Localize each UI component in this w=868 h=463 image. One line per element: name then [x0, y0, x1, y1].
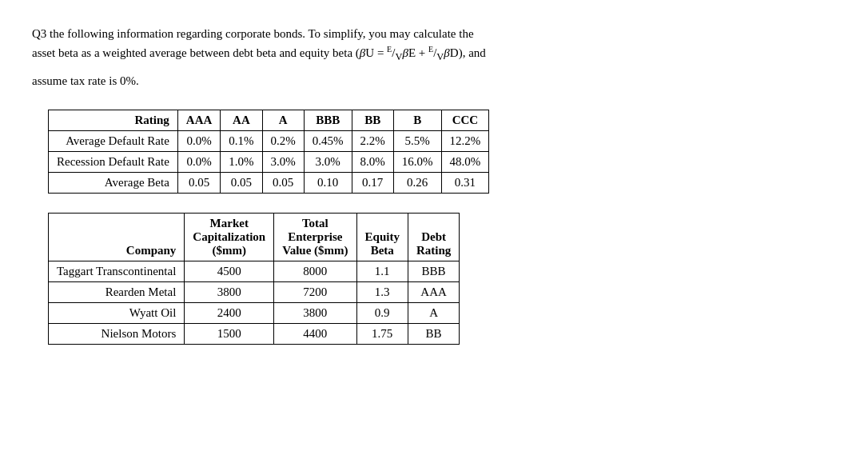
col-bb: BB	[352, 110, 393, 131]
taggart-market-cap: 4500	[185, 261, 274, 282]
intro-line2-pre: asset beta as a weighted average between…	[32, 46, 360, 59]
col-aa: AA	[221, 110, 262, 131]
bond-ratings-table: Rating AAA AA A BBB BB B CCC Average Def…	[48, 110, 489, 194]
avg-default-b: 5.5%	[393, 131, 441, 152]
col-ccc: CCC	[441, 110, 489, 131]
rec-default-bbb: 3.0%	[304, 152, 352, 173]
intro-line1: Q3 the following information regarding c…	[32, 24, 799, 43]
nielson-debt-rating: BB	[408, 324, 459, 345]
avg-beta-bb: 0.17	[352, 173, 393, 194]
wyatt-debt-rating: A	[408, 303, 459, 324]
page-content: Q3 the following information regarding c…	[32, 24, 836, 345]
taggart-debt-rating: BBB	[408, 261, 459, 282]
avg-default-bbb: 0.45%	[304, 131, 352, 152]
col-equity-beta-header: Equity Beta	[356, 214, 408, 261]
rec-default-aa: 1.0%	[221, 152, 262, 173]
avg-beta-ccc: 0.31	[441, 173, 489, 194]
table1-header-row: Rating AAA AA A BBB BB B CCC	[49, 110, 489, 131]
avg-beta-aa: 0.05	[221, 173, 262, 194]
col-a: A	[262, 110, 304, 131]
formula: βU = E/VβE + E/VβD), and	[360, 46, 486, 59]
nielson-enterprise-value: 4400	[274, 324, 356, 345]
company-wyatt: Wyatt Oil	[49, 303, 185, 324]
intro-line2: asset beta as a weighted average between…	[32, 43, 799, 65]
company-nielson: Nielson Motors	[49, 324, 185, 345]
rec-default-aaa: 0.0%	[177, 152, 221, 173]
rearden-equity-beta: 1.3	[356, 282, 408, 303]
avg-default-a: 0.2%	[262, 131, 304, 152]
table-row: Nielson Motors 1500 4400 1.75 BB	[49, 324, 460, 345]
intro-paragraph: Q3 the following information regarding c…	[32, 24, 799, 90]
wyatt-enterprise-value: 3800	[274, 303, 356, 324]
company-table: Company Market Capitalization ($mm) Tota…	[48, 213, 460, 345]
col-enterprise-value-header: Total Enterprise Value ($mm)	[274, 214, 356, 261]
avg-default-aaa: 0.0%	[177, 131, 221, 152]
taggart-enterprise-value: 8000	[274, 261, 356, 282]
avg-default-aa: 0.1%	[221, 131, 262, 152]
avg-default-ccc: 12.2%	[441, 131, 489, 152]
row-avg-default-label: Average Default Rate	[49, 131, 178, 152]
rec-default-ccc: 48.0%	[441, 152, 489, 173]
table-row: Average Default Rate 0.0% 0.1% 0.2% 0.45…	[49, 131, 489, 152]
rearden-market-cap: 3800	[185, 282, 274, 303]
intro-tax-line: assume tax rate is 0%.	[32, 71, 799, 90]
rearden-debt-rating: AAA	[408, 282, 459, 303]
col-bbb: BBB	[304, 110, 352, 131]
avg-beta-bbb: 0.10	[304, 173, 352, 194]
avg-beta-aaa: 0.05	[177, 173, 221, 194]
table-row: Recession Default Rate 0.0% 1.0% 3.0% 3.…	[49, 152, 489, 173]
rec-default-b: 16.0%	[393, 152, 441, 173]
nielson-equity-beta: 1.75	[356, 324, 408, 345]
table2-header-row: Company Market Capitalization ($mm) Tota…	[49, 214, 460, 261]
rearden-enterprise-value: 7200	[274, 282, 356, 303]
col-company-header: Company	[49, 214, 185, 261]
col-debt-rating-header: Debt Rating	[408, 214, 459, 261]
wyatt-market-cap: 2400	[185, 303, 274, 324]
avg-default-bb: 2.2%	[352, 131, 393, 152]
table-row: Rearden Metal 3800 7200 1.3 AAA	[49, 282, 460, 303]
rec-default-a: 3.0%	[262, 152, 304, 173]
table-row: Wyatt Oil 2400 3800 0.9 A	[49, 303, 460, 324]
row-rec-default-label: Recession Default Rate	[49, 152, 178, 173]
rec-default-bb: 8.0%	[352, 152, 393, 173]
avg-beta-a: 0.05	[262, 173, 304, 194]
wyatt-equity-beta: 0.9	[356, 303, 408, 324]
company-taggart: Taggart Transcontinental	[49, 261, 185, 282]
col-b: B	[393, 110, 441, 131]
col-rating: Rating	[49, 110, 178, 131]
col-aaa: AAA	[177, 110, 221, 131]
avg-beta-b: 0.26	[393, 173, 441, 194]
col-market-cap-header: Market Capitalization ($mm)	[185, 214, 274, 261]
company-rearden: Rearden Metal	[49, 282, 185, 303]
taggart-equity-beta: 1.1	[356, 261, 408, 282]
row-avg-beta-label: Average Beta	[49, 173, 178, 194]
nielson-market-cap: 1500	[185, 324, 274, 345]
table-row: Taggart Transcontinental 4500 8000 1.1 B…	[49, 261, 460, 282]
table-row: Average Beta 0.05 0.05 0.05 0.10 0.17 0.…	[49, 173, 489, 194]
